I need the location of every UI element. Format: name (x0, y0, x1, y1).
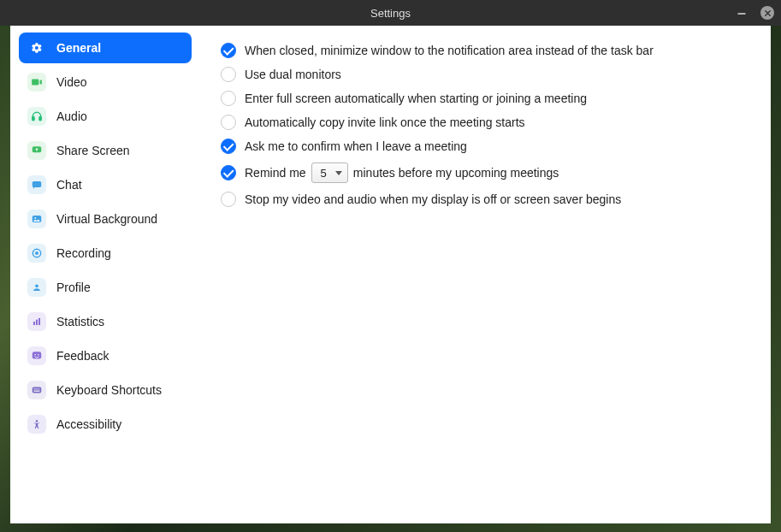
gear-icon (27, 38, 46, 57)
share-icon (27, 141, 46, 160)
sidebar-item-label: Recording (56, 246, 111, 260)
checkbox-dual-monitors[interactable] (221, 67, 236, 82)
svg-rect-1 (39, 117, 41, 121)
close-icon[interactable] (760, 6, 774, 20)
window-controls: – (735, 0, 774, 26)
sidebar-item-label: Video (56, 75, 87, 89)
setting-label-suffix: minutes before my upcoming meetings (353, 166, 559, 180)
window-title: Settings (370, 7, 411, 20)
sidebar-item-accessibility[interactable]: Accessibility (19, 409, 192, 440)
svg-point-5 (34, 217, 36, 219)
svg-point-8 (35, 284, 38, 287)
setting-label: Stop my video and audio when my display … (245, 192, 621, 206)
image-icon (27, 210, 46, 228)
person-icon (27, 278, 46, 297)
svg-rect-11 (38, 318, 40, 325)
svg-rect-15 (33, 387, 42, 393)
sidebar: General Video Audio Share Screen Chat (10, 26, 200, 523)
setting-auto-copy-link: Automatically copy invite link once the … (221, 115, 750, 130)
svg-rect-3 (33, 181, 42, 187)
sidebar-item-share-screen[interactable]: Share Screen (19, 135, 192, 166)
setting-confirm-leave: Ask me to confirm when I leave a meeting (221, 139, 750, 154)
sidebar-item-label: General (56, 41, 101, 55)
setting-stop-video-on-screensaver: Stop my video and audio when my display … (221, 192, 750, 207)
sidebar-item-virtual-background[interactable]: Virtual Background (19, 204, 192, 234)
sidebar-item-profile[interactable]: Profile (19, 272, 192, 303)
smile-icon (27, 346, 46, 365)
svg-rect-17 (36, 388, 37, 389)
sidebar-item-label: Audio (56, 109, 87, 123)
svg-point-13 (34, 354, 36, 356)
setting-label: Automatically copy invite link once the … (245, 115, 525, 129)
sidebar-item-video[interactable]: Video (19, 67, 192, 98)
camera-icon (27, 73, 46, 92)
setting-remind-me: Remind me 5 minutes before my upcoming m… (221, 163, 750, 183)
sidebar-item-label: Accessibility (56, 417, 121, 431)
svg-rect-16 (34, 388, 35, 389)
checkbox-remind-me[interactable] (221, 165, 236, 180)
svg-rect-19 (39, 388, 40, 389)
svg-rect-20 (34, 391, 40, 392)
sidebar-item-general[interactable]: General (19, 33, 192, 63)
settings-content: When closed, minimize window to the noti… (200, 26, 771, 523)
checkbox-fullscreen-on-join[interactable] (221, 91, 236, 106)
chevron-down-icon (335, 171, 342, 175)
setting-minimize-to-tray: When closed, minimize window to the noti… (221, 43, 750, 58)
sidebar-item-chat[interactable]: Chat (19, 169, 192, 200)
svg-rect-9 (33, 322, 35, 325)
sidebar-item-audio[interactable]: Audio (19, 101, 192, 132)
svg-rect-10 (36, 320, 38, 325)
svg-point-7 (35, 251, 38, 255)
sidebar-item-recording[interactable]: Recording (19, 238, 192, 269)
headphones-icon (27, 107, 46, 126)
setting-fullscreen-on-join: Enter full screen automatically when sta… (221, 91, 750, 106)
remind-minutes-select[interactable]: 5 (311, 163, 348, 183)
setting-label: Enter full screen automatically when sta… (245, 92, 587, 105)
keyboard-icon (27, 381, 46, 399)
titlebar: Settings – (0, 0, 781, 26)
sidebar-item-label: Profile (56, 281, 91, 294)
sidebar-item-label: Feedback (56, 349, 109, 363)
sidebar-item-label: Chat (56, 178, 82, 192)
svg-rect-0 (33, 117, 34, 121)
sidebar-item-label: Keyboard Shortcuts (56, 383, 162, 397)
select-value: 5 (321, 167, 327, 180)
svg-point-14 (38, 354, 39, 356)
setting-label: Ask me to confirm when I leave a meeting (245, 139, 467, 153)
checkbox-confirm-leave[interactable] (221, 139, 236, 154)
sidebar-item-keyboard-shortcuts[interactable]: Keyboard Shortcuts (19, 375, 192, 405)
checkbox-stop-video-on-screensaver[interactable] (221, 192, 236, 207)
svg-point-21 (36, 420, 38, 422)
sidebar-item-statistics[interactable]: Statistics (19, 306, 192, 337)
setting-label: When closed, minimize window to the noti… (245, 44, 654, 57)
chat-icon (27, 175, 46, 194)
accessibility-icon (27, 415, 46, 434)
svg-rect-18 (38, 388, 38, 389)
setting-dual-monitors: Use dual monitors (221, 67, 750, 82)
sidebar-item-feedback[interactable]: Feedback (19, 340, 192, 371)
record-icon (27, 244, 46, 263)
setting-label: Use dual monitors (245, 68, 341, 81)
bars-icon (27, 312, 46, 331)
setting-label-prefix: Remind me (245, 166, 306, 180)
checkbox-auto-copy-link[interactable] (221, 115, 236, 130)
checkbox-minimize-to-tray[interactable] (221, 43, 236, 58)
sidebar-item-label: Virtual Background (56, 212, 157, 226)
sidebar-item-label: Share Screen (56, 144, 130, 157)
sidebar-item-label: Statistics (56, 315, 104, 328)
minimize-icon[interactable]: – (735, 6, 748, 20)
settings-window: General Video Audio Share Screen Chat (10, 26, 771, 523)
